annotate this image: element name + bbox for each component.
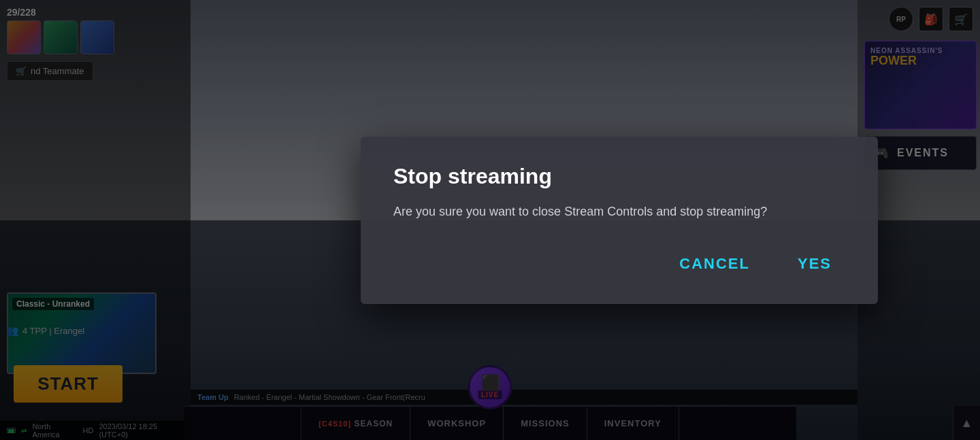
yes-button[interactable]: YES — [784, 248, 845, 280]
dialog-body: Are you sure you want to close Stream Co… — [393, 203, 845, 221]
dialog-title: Stop streaming — [393, 164, 845, 189]
dialog-actions: CANCEL YES — [393, 248, 845, 280]
cancel-button[interactable]: CANCEL — [666, 248, 764, 280]
stop-streaming-dialog: Stop streaming Are you sure you want to … — [361, 137, 878, 304]
